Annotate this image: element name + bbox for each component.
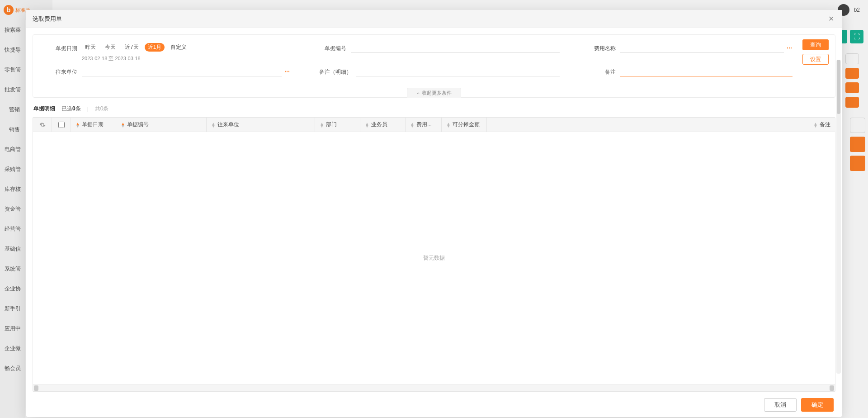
sort-icon: ▲▼ bbox=[446, 123, 451, 127]
modal-header: 选取费用单 ✕ bbox=[26, 10, 842, 28]
collapse-conditions-button[interactable]: 收起更多条件 bbox=[407, 88, 461, 98]
field-doc-date: 单据日期 昨天 今天 近7天 近1月 自定义 2023-02-18 至 2023… bbox=[39, 43, 290, 62]
date-quick-options: 昨天 今天 近7天 近1月 自定义 2023-02-18 至 2023-03-1… bbox=[82, 43, 290, 62]
partner-input[interactable] bbox=[82, 66, 282, 76]
modal-footer: 取消 确定 bbox=[26, 392, 842, 417]
col-cost[interactable]: ▲▼ 费用... bbox=[406, 118, 442, 132]
partner-more-icon[interactable]: ⋯ bbox=[284, 68, 290, 75]
gear-icon bbox=[39, 122, 46, 128]
field-partner: 往来单位 ⋯ bbox=[39, 66, 290, 82]
sort-icon: ▲▼ bbox=[410, 123, 415, 127]
label-doc-code: 单据编号 bbox=[308, 43, 346, 52]
date-opt-today[interactable]: 今天 bbox=[102, 43, 119, 52]
date-opt-last1m[interactable]: 近1月 bbox=[145, 43, 165, 52]
date-opt-yesterday[interactable]: 昨天 bbox=[82, 43, 99, 52]
close-icon[interactable]: ✕ bbox=[826, 14, 835, 24]
field-doc-code: 单据编号 bbox=[308, 43, 559, 62]
col-alloc[interactable]: ▲▼ 可分摊金额 bbox=[442, 118, 487, 132]
label-cost-name: 费用名称 bbox=[578, 43, 616, 52]
field-remark-detail: 备注（明细） bbox=[308, 66, 559, 82]
sort-icon: ▲▼ bbox=[365, 123, 369, 127]
settings-button[interactable]: 设置 bbox=[802, 54, 829, 65]
scroll-right-icon[interactable] bbox=[830, 385, 834, 391]
grid-header: ▲▼ 单据日期 ▲▼ 单据编号 ▲▼ 往来单位 ▲▼ 部门 ▲▼ 业务员 bbox=[33, 118, 835, 132]
remark-detail-input[interactable] bbox=[356, 66, 559, 76]
collapse-text: 收起更多条件 bbox=[422, 90, 452, 96]
col-checkbox-all[interactable] bbox=[52, 118, 71, 132]
cancel-button[interactable]: 取消 bbox=[764, 398, 797, 412]
modal-select-expense: 选取费用单 ✕ 查询 设置 单据日期 昨天 今天 近7天 近1月 bbox=[26, 10, 842, 417]
field-remark: 备注 bbox=[578, 66, 829, 82]
empty-text: 暂无数据 bbox=[423, 254, 445, 262]
col-code[interactable]: ▲▼ 单据编号 bbox=[116, 118, 207, 132]
col-remark[interactable]: ▲▼ 备注 bbox=[487, 118, 835, 132]
label-doc-date: 单据日期 bbox=[39, 43, 77, 52]
data-grid: ▲▼ 单据日期 ▲▼ 单据编号 ▲▼ 往来单位 ▲▼ 部门 ▲▼ 业务员 bbox=[33, 117, 835, 392]
select-all-checkbox[interactable] bbox=[58, 122, 65, 128]
col-dept[interactable]: ▲▼ 部门 bbox=[315, 118, 360, 132]
date-range-text: 2023-02-18 至 2023-03-18 bbox=[82, 55, 290, 62]
sort-icon: ▲▼ bbox=[813, 123, 818, 127]
sort-icon: ▲▼ bbox=[121, 123, 125, 127]
remark-input[interactable] bbox=[620, 66, 793, 76]
label-remark: 备注 bbox=[578, 66, 616, 76]
list-title: 单据明细 bbox=[33, 105, 55, 113]
label-remark-detail: 备注（明细） bbox=[308, 66, 352, 76]
chevron-up-icon bbox=[416, 90, 420, 96]
scroll-left-icon[interactable] bbox=[34, 385, 38, 391]
modal-title: 选取费用单 bbox=[33, 15, 62, 23]
modal-body: 查询 设置 单据日期 昨天 今天 近7天 近1月 自定义 2023-02-18 … bbox=[26, 28, 842, 392]
label-partner: 往来单位 bbox=[39, 66, 77, 76]
col-date[interactable]: ▲▼ 单据日期 bbox=[71, 118, 116, 132]
sort-icon: ▲▼ bbox=[320, 123, 324, 127]
date-opt-last7[interactable]: 近7天 bbox=[122, 43, 142, 52]
filter-actions: 查询 设置 bbox=[802, 39, 829, 65]
col-staff[interactable]: ▲▼ 业务员 bbox=[360, 118, 406, 132]
list-summary: 单据明细 已选0条 | 共0条 bbox=[33, 102, 835, 115]
field-cost-name: 费用名称 ⋯ bbox=[578, 43, 829, 62]
col-settings-icon[interactable] bbox=[33, 118, 52, 132]
total-count: 共0条 bbox=[95, 105, 109, 113]
sort-icon: ▲▼ bbox=[211, 123, 216, 127]
doc-code-input[interactable] bbox=[351, 43, 559, 53]
col-partner[interactable]: ▲▼ 往来单位 bbox=[207, 118, 315, 132]
date-opt-custom[interactable]: 自定义 bbox=[167, 43, 190, 52]
ok-button[interactable]: 确定 bbox=[801, 398, 834, 412]
filter-panel: 查询 设置 单据日期 昨天 今天 近7天 近1月 自定义 2023-02-18 … bbox=[33, 34, 835, 98]
sort-icon: ▲▼ bbox=[75, 123, 80, 127]
grid-empty: 暂无数据 bbox=[33, 132, 835, 384]
search-button[interactable]: 查询 bbox=[802, 39, 829, 50]
cost-name-input[interactable] bbox=[620, 43, 784, 53]
cost-name-more-icon[interactable]: ⋯ bbox=[787, 45, 793, 51]
grid-hscrollbar[interactable] bbox=[33, 384, 835, 391]
modal-vscrollbar[interactable] bbox=[836, 60, 841, 374]
selected-count: 已选0条 bbox=[61, 105, 81, 113]
